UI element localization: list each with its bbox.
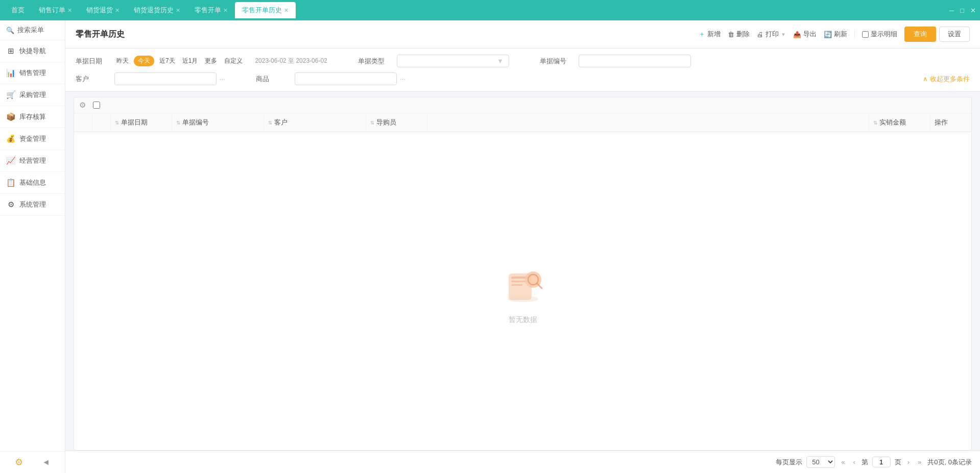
display-detail-checkbox[interactable] bbox=[862, 31, 869, 38]
date-opt-today[interactable]: 今天 bbox=[134, 56, 154, 66]
th-number[interactable]: ⇅ 单据编号 bbox=[172, 113, 264, 132]
table-toolbar: ⚙ bbox=[74, 97, 971, 113]
current-page-input[interactable]: 1 bbox=[872, 457, 891, 467]
empty-state: 暂无数据 bbox=[497, 258, 548, 325]
sidebar-search[interactable]: 🔍 搜索采单 bbox=[0, 20, 65, 40]
sidebar-item-system-mgmt[interactable]: ⚙ 系统管理 bbox=[0, 194, 65, 216]
add-button[interactable]: ＋ 新增 bbox=[699, 30, 721, 39]
product-dots-btn[interactable]: ··· bbox=[400, 75, 405, 83]
type-select[interactable]: ▼ bbox=[397, 55, 509, 67]
th-extra bbox=[427, 113, 869, 132]
sidebar-item-quick-nav[interactable]: ⊞ 快捷导航 bbox=[0, 40, 65, 62]
date-opt-yesterday[interactable]: 昨天 bbox=[114, 56, 131, 66]
tab-sales-return-history-label: 销货退货历史 bbox=[134, 6, 174, 15]
sidebar-collapse-icon[interactable]: ◄ bbox=[42, 458, 50, 467]
first-page-btn[interactable]: « bbox=[839, 457, 847, 467]
export-button[interactable]: 📤 导出 bbox=[793, 30, 817, 39]
sidebar-item-purchase-mgmt[interactable]: 🛒 采购管理 bbox=[0, 84, 65, 106]
refresh-button[interactable]: 🔄 刷新 bbox=[824, 30, 847, 39]
sidebar: 🔍 搜索采单 ⊞ 快捷导航 📊 销售管理 🛒 采购管理 📦 库存核算 💰 资金管… bbox=[0, 20, 65, 473]
settings-button[interactable]: 设置 bbox=[939, 27, 970, 42]
date-opt-custom[interactable]: 自定义 bbox=[222, 56, 245, 66]
prev-page-btn[interactable]: ‹ bbox=[851, 457, 857, 467]
close-btn[interactable]: ✕ bbox=[970, 7, 976, 14]
refresh-icon: 🔄 bbox=[824, 31, 832, 38]
delete-label: 删除 bbox=[736, 30, 750, 39]
date-filter-label: 单据日期 bbox=[76, 57, 104, 66]
tab-sales-return-close[interactable]: ✕ bbox=[115, 7, 119, 14]
print-button[interactable]: 🖨 打印 ▼ bbox=[757, 30, 786, 39]
table-settings-icon[interactable]: ⚙ bbox=[79, 101, 86, 110]
last-page-btn[interactable]: » bbox=[916, 457, 923, 467]
collapse-label: 收起更多条件 bbox=[930, 74, 970, 84]
tab-home-label: 首页 bbox=[11, 6, 25, 15]
display-detail-checkbox-group[interactable]: 显示明细 bbox=[862, 30, 897, 39]
sidebar-item-sales-mgmt-label: 销售管理 bbox=[19, 68, 46, 78]
sort-icon-customer: ⇅ bbox=[268, 120, 272, 126]
sidebar-item-basic-info-label: 基础信息 bbox=[19, 178, 46, 187]
search-icon: 🔍 bbox=[6, 27, 14, 34]
tab-sales-return-history-close[interactable]: ✕ bbox=[176, 7, 180, 14]
date-opt-7days[interactable]: 近7天 bbox=[157, 56, 177, 66]
th-guide-label: 导购员 bbox=[376, 118, 396, 127]
sidebar-item-system-mgmt-label: 系统管理 bbox=[19, 200, 46, 209]
product-filter-label: 商品 bbox=[256, 74, 284, 84]
page-title: 零售开单历史 bbox=[76, 29, 125, 40]
tab-retail-open-close[interactable]: ✕ bbox=[223, 7, 228, 14]
sidebar-bottom: ⚙ ◄ bbox=[0, 451, 65, 473]
sidebar-item-purchase-mgmt-label: 采购管理 bbox=[19, 90, 46, 99]
number-input[interactable] bbox=[579, 55, 691, 67]
sidebar-item-operations[interactable]: 📈 经营管理 bbox=[0, 150, 65, 172]
tab-retail-open-history[interactable]: 零售开单历史 ✕ bbox=[235, 2, 296, 18]
empty-illustration bbox=[497, 258, 548, 309]
tab-sales-return[interactable]: 销货退货 ✕ bbox=[79, 2, 127, 18]
add-icon: ＋ bbox=[699, 30, 705, 39]
type-select-arrow: ▼ bbox=[497, 57, 504, 65]
tab-sales-order-label: 销售订单 bbox=[39, 6, 65, 15]
sidebar-item-inventory[interactable]: 📦 库存核算 bbox=[0, 106, 65, 128]
th-settings bbox=[74, 113, 92, 132]
date-opt-1month[interactable]: 近1月 bbox=[180, 56, 200, 66]
customer-input[interactable] bbox=[114, 72, 217, 85]
sidebar-item-basic-info[interactable]: 📋 基础信息 bbox=[0, 172, 65, 194]
filter-row-1: 单据日期 昨天 今天 近7天 近1月 更多 自定义 2023-06-02 至 2… bbox=[76, 55, 970, 67]
page-size-label: 每页显示 bbox=[776, 458, 802, 467]
delete-button[interactable]: 🗑 删除 bbox=[728, 30, 750, 39]
query-settings-group: 查询 设置 bbox=[904, 27, 970, 42]
customer-dots-btn[interactable]: ··· bbox=[220, 75, 225, 83]
pagination-bar: 每页显示 10 20 50 100 « ‹ 第 1 页 › » 共0页, 0条记… bbox=[65, 451, 980, 473]
query-button[interactable]: 查询 bbox=[904, 27, 936, 42]
filter-panel: 单据日期 昨天 今天 近7天 近1月 更多 自定义 2023-06-02 至 2… bbox=[65, 48, 980, 92]
table-select-all-checkbox[interactable] bbox=[93, 102, 100, 109]
tab-sales-return-history[interactable]: 销货退货历史 ✕ bbox=[127, 2, 187, 18]
purchase-mgmt-icon: 🛒 bbox=[6, 90, 15, 99]
next-page-btn[interactable]: › bbox=[905, 457, 912, 467]
svg-rect-3 bbox=[511, 281, 525, 282]
export-label: 导出 bbox=[803, 30, 817, 39]
tab-sales-order[interactable]: 销售订单 ✕ bbox=[32, 2, 79, 18]
tab-retail-open[interactable]: 零售开单 ✕ bbox=[187, 2, 235, 18]
th-date[interactable]: ⇅ 单据日期 bbox=[111, 113, 172, 132]
page-unit: 页 bbox=[895, 458, 901, 467]
sidebar-item-finance[interactable]: 💰 资金管理 bbox=[0, 128, 65, 150]
product-input-group: ··· bbox=[295, 72, 405, 85]
minimize-btn[interactable]: ─ bbox=[949, 7, 954, 14]
date-opt-more[interactable]: 更多 bbox=[203, 56, 219, 66]
print-label: 打印 bbox=[766, 30, 779, 39]
finance-icon: 💰 bbox=[6, 134, 15, 143]
th-guide[interactable]: ⇅ 导购员 bbox=[366, 113, 427, 132]
page-header: 零售开单历史 ＋ 新增 🗑 删除 🖨 打印 ▼ 📤 导出 bbox=[65, 20, 980, 48]
collapse-btn[interactable]: ∧ 收起更多条件 bbox=[923, 74, 970, 84]
tab-retail-open-history-close[interactable]: ✕ bbox=[284, 7, 289, 14]
page-size-select[interactable]: 10 20 50 100 bbox=[806, 456, 835, 468]
sidebar-item-sales-mgmt[interactable]: 📊 销售管理 bbox=[0, 62, 65, 84]
delete-icon: 🗑 bbox=[728, 31, 734, 38]
tab-sales-order-close[interactable]: ✕ bbox=[67, 7, 72, 14]
product-input[interactable] bbox=[295, 72, 397, 85]
th-customer[interactable]: ⇅ 客户 bbox=[264, 113, 366, 132]
maximize-btn[interactable]: □ bbox=[960, 7, 964, 14]
print-icon: 🖨 bbox=[757, 31, 763, 38]
tab-home[interactable]: 首页 bbox=[4, 2, 32, 18]
th-amount[interactable]: ⇅ 实销金额 bbox=[869, 113, 930, 132]
sidebar-settings-icon[interactable]: ⚙ bbox=[15, 457, 23, 468]
